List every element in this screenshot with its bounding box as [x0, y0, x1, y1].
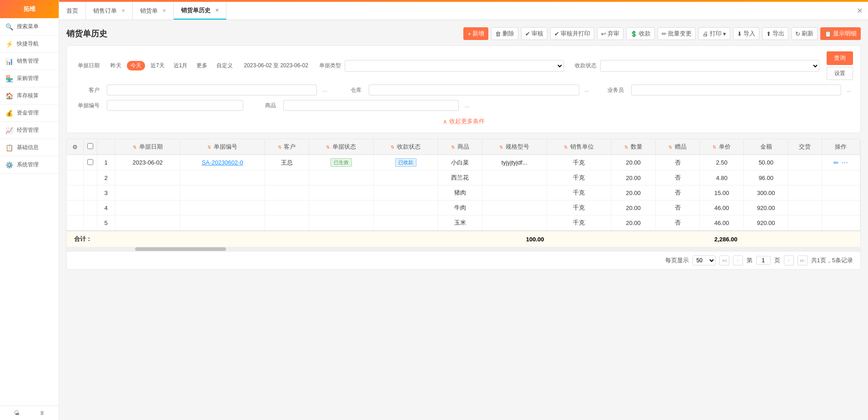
salesperson-input[interactable]	[631, 85, 841, 95]
page-number-input[interactable]	[756, 256, 771, 265]
sidebar-item-quick-nav[interactable]: ⚡ 快捷导航	[0, 35, 59, 53]
tab-sales-order[interactable]: 销售订单 ✕	[86, 2, 133, 20]
row-action[interactable]	[822, 170, 860, 185]
collect-status-select[interactable]	[600, 60, 819, 72]
doc-type-select[interactable]	[345, 60, 564, 72]
goods-ellipsis[interactable]: ...	[462, 101, 471, 110]
horizontal-scrollbar[interactable]	[67, 247, 860, 251]
table-checkbox-header[interactable]	[83, 139, 97, 155]
doc-date-header[interactable]: ⇅ 单据日期	[115, 139, 180, 155]
date-chip-custom[interactable]: 自定义	[213, 61, 236, 70]
unit-price-header[interactable]: ⇅ 单价	[700, 139, 744, 155]
collapse-button[interactable]: ∧ 收起更多条件	[441, 115, 487, 127]
row-checkbox-cell[interactable]	[83, 170, 97, 185]
goods-header[interactable]: ⇅ 商品	[438, 139, 482, 155]
warehouse-ellipsis[interactable]: ...	[583, 86, 591, 94]
sort-icon: ⇅	[451, 145, 455, 150]
row-config	[67, 185, 83, 200]
abandon-button[interactable]: ↩ 弃审	[597, 27, 623, 40]
import-button[interactable]: ⬇ 导入	[733, 27, 759, 40]
customer-header[interactable]: ⇅ 客户	[265, 139, 309, 155]
tab-sales-goods-close[interactable]: ✕	[162, 8, 166, 13]
edit-row-icon[interactable]: ✏	[833, 159, 839, 166]
warehouse-input[interactable]	[369, 85, 579, 95]
quantity-header[interactable]: ⇅ 数量	[611, 139, 655, 155]
row-checkbox-cell[interactable]	[83, 200, 97, 215]
show-details-button[interactable]: 📋 显示明细	[820, 27, 861, 40]
row-doc-no[interactable]	[180, 185, 265, 200]
date-chip-last7days[interactable]: 近7天	[147, 61, 168, 70]
salesperson-ellipsis[interactable]: ...	[845, 86, 853, 94]
row-doc-no[interactable]: SA-20230602-0	[180, 155, 265, 170]
more-row-icon[interactable]: ⋯	[842, 159, 848, 166]
doc-no-header[interactable]: ⇅ 单据编号	[180, 139, 265, 155]
last-page-btn[interactable]: ⏭	[798, 255, 808, 265]
row-sales-unit: 千克	[547, 155, 611, 170]
sidebar-item-operations-mgmt[interactable]: 📈 经营管理	[0, 122, 59, 139]
query-button[interactable]: 查询	[827, 51, 853, 65]
row-action[interactable]	[822, 215, 860, 230]
scrollbar-thumb[interactable]	[135, 247, 226, 251]
tab-sales-history-close[interactable]: ✕	[215, 8, 219, 13]
tab-close-all[interactable]: ✕	[851, 2, 868, 20]
date-chip-more[interactable]: 更多	[193, 61, 211, 70]
row-checkbox[interactable]	[87, 159, 93, 165]
tab-sales-goods[interactable]: 销货单 ✕	[133, 2, 174, 20]
review-button[interactable]: ✔ 审核	[521, 27, 547, 40]
row-checkbox-cell[interactable]	[83, 155, 97, 170]
filter-row-3: 单据编号 商品 ...	[74, 100, 853, 111]
tab-sales-history[interactable]: 销货单历史 ✕	[174, 2, 226, 20]
delete-button[interactable]: 🗑 删除	[491, 27, 518, 40]
new-button[interactable]: + 新增	[463, 27, 488, 40]
doc-number-input[interactable]	[107, 100, 243, 111]
row-checkbox-cell[interactable]	[83, 215, 97, 230]
table-gear-icon[interactable]: ⚙	[72, 144, 78, 150]
list-icon: 📋	[5, 144, 13, 151]
sidebar-item-sales-mgmt[interactable]: 📊 销售管理	[0, 53, 59, 70]
row-action[interactable]: ✏ ⋯	[822, 155, 860, 170]
batch-change-button[interactable]: ✏ 批量变更	[657, 27, 696, 40]
doc-no-link[interactable]: SA-20230602-0	[202, 159, 243, 166]
row-num-header	[97, 139, 115, 155]
row-action[interactable]	[822, 185, 860, 200]
goods-input[interactable]	[283, 100, 459, 111]
sidebar-logo: 拓维	[0, 0, 59, 18]
row-action[interactable]	[822, 200, 860, 215]
sidebar-item-purchase-mgmt[interactable]: 🏪 采购管理	[0, 70, 59, 87]
next-page-btn[interactable]: ›	[784, 255, 794, 265]
sidebar-item-search-menu[interactable]: 🔍 搜索菜单	[0, 18, 59, 35]
customer-ellipsis[interactable]: ...	[321, 86, 329, 94]
export-button[interactable]: ⬆ 导出	[762, 27, 788, 40]
tab-home[interactable]: 首页	[59, 2, 86, 20]
refresh-button[interactable]: ↻ 刷新	[791, 27, 818, 40]
table-config-header[interactable]: ⚙	[67, 139, 83, 155]
sales-unit-header[interactable]: ⇅ 销售单位	[547, 139, 611, 155]
pause-icon[interactable]: ⏸	[39, 410, 45, 416]
setting-button[interactable]: 设置	[827, 67, 853, 80]
per-page-select[interactable]: 50 20 100	[692, 255, 716, 265]
select-all-checkbox[interactable]	[87, 143, 93, 149]
review-print-button[interactable]: ✔ 审核并打印	[550, 27, 594, 40]
sidebar-item-basic-info[interactable]: 📋 基础信息	[0, 139, 59, 156]
row-doc-no[interactable]	[180, 170, 265, 185]
gift-header[interactable]: ⇅ 赠品	[655, 139, 699, 155]
spec-type-header[interactable]: ⇅ 规格型号	[482, 139, 547, 155]
sun-icon[interactable]: 🌤	[14, 410, 20, 416]
doc-status-header[interactable]: ⇅ 单据状态	[309, 139, 373, 155]
prev-page-btn[interactable]: ‹	[733, 255, 743, 265]
sidebar-item-inventory[interactable]: 🏠 库存核算	[0, 87, 59, 105]
print-button[interactable]: 🖨 打印 ▾	[698, 27, 730, 40]
first-page-btn[interactable]: ⏮	[719, 255, 729, 265]
date-chip-last1month[interactable]: 近1月	[170, 61, 191, 70]
sidebar-item-capital-mgmt[interactable]: 💰 资金管理	[0, 105, 59, 122]
sidebar-item-sys-mgmt[interactable]: ⚙️ 系统管理	[0, 156, 59, 174]
row-checkbox-cell[interactable]	[83, 185, 97, 200]
row-doc-no[interactable]	[180, 215, 265, 230]
collect-button[interactable]: 💲 收款	[626, 27, 655, 40]
customer-input[interactable]	[107, 85, 317, 95]
date-chip-today[interactable]: 今天	[127, 61, 145, 70]
date-chip-yesterday[interactable]: 昨天	[107, 61, 125, 70]
row-doc-no[interactable]	[180, 200, 265, 215]
collect-status-header[interactable]: ⇅ 收款状态	[373, 139, 438, 155]
tab-sales-order-close[interactable]: ✕	[121, 8, 125, 13]
